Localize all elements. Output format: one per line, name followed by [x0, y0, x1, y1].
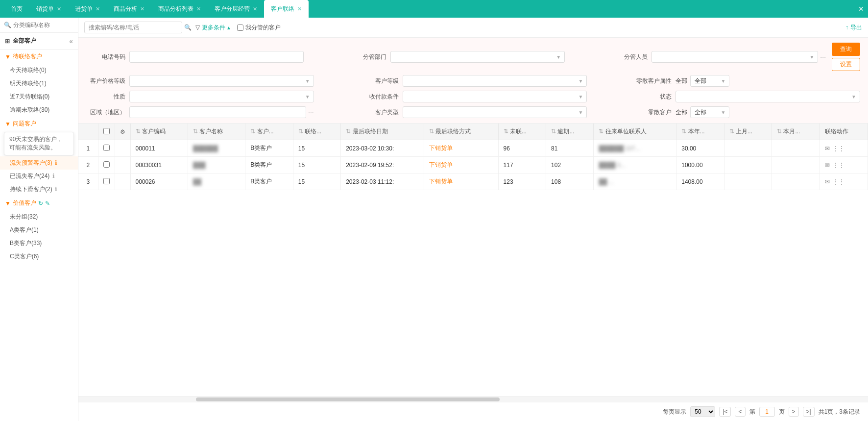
sort-icon: ⇅	[193, 128, 198, 135]
more-btn[interactable]: ···	[308, 108, 314, 116]
scrollbar-thumb[interactable]	[196, 397, 500, 401]
row-this-month	[772, 173, 820, 190]
my-customers-checkbox[interactable]	[237, 25, 243, 31]
prev-page-btn[interactable]: <	[735, 407, 745, 417]
row-last-way[interactable]: 下销货单	[424, 157, 498, 173]
search-btn-icon[interactable]: 🔍	[184, 24, 192, 31]
tab-analysis[interactable]: 商品分析 ✕	[107, 0, 151, 18]
tab-analysis-list[interactable]: 商品分析列表 ✕	[151, 0, 208, 18]
more-actions-icon[interactable]: ⋮⋮	[833, 162, 844, 169]
status-select[interactable]	[675, 91, 860, 102]
sidebar-item-churned[interactable]: 已流失客户(24) ℹ	[0, 170, 78, 183]
horizontal-scrollbar[interactable]	[78, 396, 868, 402]
query-btn[interactable]: 查询	[832, 43, 860, 56]
dept-label: 分管部门	[347, 53, 386, 61]
region-input[interactable]	[129, 106, 306, 118]
row-last-way[interactable]: 下销货单	[424, 140, 498, 157]
close-icon[interactable]: ✕	[253, 6, 257, 12]
sidebar-item-downgrade[interactable]: 持续下滑客户(2) ℹ	[0, 183, 78, 196]
main-search-input[interactable]	[84, 22, 182, 33]
row-last-way[interactable]: 下销货单	[424, 173, 498, 190]
filter-row-2: 客户价格等级 ▼ 客户等级	[86, 75, 860, 87]
contact-icon[interactable]: ✉	[825, 162, 830, 169]
sidebar-item-churn-warning[interactable]: 流失预警客户(3) ℹ	[0, 156, 78, 170]
contact-icon[interactable]: ✉	[825, 178, 830, 185]
phone-input[interactable]	[129, 51, 304, 63]
first-page-btn[interactable]: |<	[719, 407, 731, 417]
row-select-checkbox[interactable]	[103, 145, 110, 151]
row-checkbox	[98, 173, 115, 190]
advanced-filters: 电话号码 分管部门 ▼	[78, 38, 868, 124]
sidebar-item-ungroup[interactable]: 未分组(32)	[0, 210, 78, 223]
sort-icon: ⇅	[551, 128, 556, 135]
zero-attr-select[interactable]: 全部	[690, 75, 729, 87]
sidebar-group-risk[interactable]: ▼ 问题客户	[0, 117, 78, 131]
row-no-contact: 96	[498, 140, 546, 157]
tab-customer-tier[interactable]: 客户分层经营 ✕	[208, 0, 264, 18]
row-unit-contact: ██████ 107...	[594, 140, 676, 157]
last-page-btn[interactable]: >|	[803, 407, 815, 417]
tab-sales[interactable]: 销货单 ✕	[29, 0, 68, 18]
tab-customer-contact[interactable]: 客户联络 ✕	[264, 0, 309, 18]
sidebar-item-classB[interactable]: B类客户(33)	[0, 237, 78, 250]
col-settings[interactable]: ⚙	[115, 124, 130, 140]
person-select[interactable]	[651, 51, 818, 63]
close-icon[interactable]: ✕	[297, 6, 302, 12]
sidebar-item-tomorrow[interactable]: 明天待联络(1)	[0, 77, 78, 90]
cust-type-select[interactable]	[403, 106, 587, 118]
select-all-checkbox[interactable]	[103, 128, 110, 134]
tab-purchase[interactable]: 进货单 ✕	[68, 0, 107, 18]
row-action: ✉ ⋮⋮	[820, 157, 868, 173]
tab-home[interactable]: 首页	[4, 0, 29, 18]
sidebar-item-classC[interactable]: C类客户(6)	[0, 250, 78, 263]
payment-select[interactable]	[403, 91, 587, 102]
edit-icon[interactable]: ✎	[45, 200, 50, 207]
sidebar-item-classA[interactable]: A类客户(1)	[0, 223, 78, 237]
status-label: 状态	[632, 93, 672, 101]
zero-retail-select[interactable]: 全部	[690, 106, 729, 118]
sidebar-item-week[interactable]: 近7天待联络(0)	[0, 90, 78, 103]
more-actions-icon[interactable]: ⋮⋮	[833, 178, 844, 185]
contact-icon[interactable]: ✉	[825, 145, 830, 152]
row-select-checkbox[interactable]	[103, 161, 110, 168]
row-last-month	[724, 157, 772, 173]
sidebar-item-today[interactable]: 今天待联络(0)	[0, 64, 78, 77]
more-conditions-btn[interactable]: ▽ 更多条件 ▲	[195, 24, 231, 32]
close-icon[interactable]: ✕	[96, 6, 100, 12]
close-icon[interactable]: ✕	[196, 6, 201, 12]
export-btn[interactable]: ↑ 导出	[845, 24, 862, 32]
price-tier-select[interactable]	[129, 75, 314, 87]
cust-tier-select[interactable]	[403, 75, 587, 87]
filter-bar: 🔍 ▽ 更多条件 ▲ 我分管的客户 ↑ 导出	[78, 18, 868, 38]
row-last-date: 2023-02-03 11:12:	[341, 173, 424, 190]
my-customers-checkbox-label[interactable]: 我分管的客户	[237, 24, 281, 32]
sidebar-group-pending[interactable]: ▼ 待联络客户	[0, 50, 78, 64]
phone-label: 电话号码	[86, 53, 125, 61]
collapse-icon[interactable]: «	[69, 37, 73, 45]
row-last-month	[724, 140, 772, 157]
all-customers-item[interactable]: ⊞ 全部客户 «	[0, 33, 78, 50]
more-actions-icon[interactable]: ⋮⋮	[833, 145, 844, 152]
close-icon[interactable]: ✕	[57, 6, 61, 12]
next-page-btn[interactable]: >	[789, 407, 799, 417]
refresh-icon[interactable]: ↻	[38, 200, 43, 207]
row-select-checkbox[interactable]	[103, 178, 110, 184]
row-no-contact: 117	[498, 157, 546, 173]
page-size-select[interactable]: 50 20 100	[690, 406, 715, 417]
page-number-input[interactable]	[759, 407, 775, 417]
zero-attr-label: 零散客户属性	[632, 77, 672, 85]
category-search-input[interactable]	[13, 22, 78, 28]
row-type: B类客户	[245, 140, 293, 157]
dept-select[interactable]	[390, 51, 565, 63]
settings-btn[interactable]: 设置	[832, 58, 860, 71]
sidebar-group-value[interactable]: ▼ 价值客户 ↻ ✎	[0, 196, 78, 210]
close-icon[interactable]: ✕	[140, 6, 145, 12]
more-btn[interactable]: ···	[820, 53, 826, 61]
sort-icon: ⇅	[681, 128, 686, 135]
filter-row-4: 区域（地区） ··· 客户类型 ▼	[86, 106, 860, 118]
close-window-btn[interactable]: ✕	[858, 5, 864, 13]
filter-phone: 电话号码	[86, 51, 304, 63]
col-contact: ⇅ 联络...	[293, 124, 340, 140]
nature-select[interactable]	[129, 91, 314, 102]
sidebar-item-overdue[interactable]: 逾期未联络(30)	[0, 103, 78, 117]
